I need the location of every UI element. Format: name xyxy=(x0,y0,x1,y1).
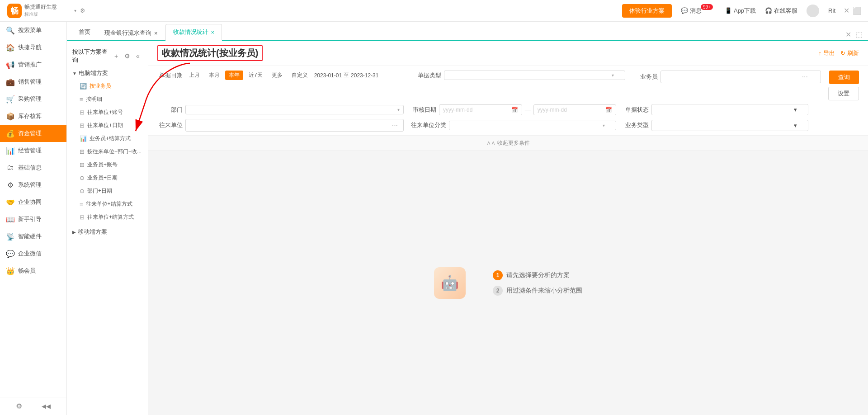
audit-date-end[interactable]: yyyy-mm-dd 📅 xyxy=(533,104,617,115)
scheme-item-partner-dept[interactable]: ⊞ 按往来单位+部门+收... xyxy=(67,145,148,158)
doc-status-select[interactable]: ▾ xyxy=(651,104,808,115)
sidebar-label-sys-manage: 系统管理 xyxy=(18,181,42,189)
scheme-add-btn[interactable]: + xyxy=(112,52,121,61)
date-btn-custom[interactable]: 自定义 xyxy=(288,71,311,80)
partner-ellipsis[interactable]: ··· xyxy=(390,121,400,129)
sidebar-item-member[interactable]: 👑 畅会员 xyxy=(0,262,66,279)
sidebar-collapse-icon[interactable]: ◀◀ xyxy=(42,403,51,410)
date-btn-last-month[interactable]: 上月 xyxy=(185,71,203,80)
sidebar-item-marketing[interactable]: 📢 营销推广 xyxy=(0,56,66,73)
sidebar-label-new-guide: 新手引导 xyxy=(18,215,42,223)
window-controls: ✕ ⬜ xyxy=(843,7,861,14)
partner-category-arrow: ▾ xyxy=(603,123,605,128)
empty-steps: 1 请先选择要分析的方案 2 用过滤条件来缩小分析范围 xyxy=(493,270,582,296)
logo-icon: 畅 xyxy=(7,4,22,18)
settings-icon-top[interactable]: ⚙ xyxy=(80,7,85,14)
trial-button[interactable]: 体验行业方案 xyxy=(622,4,672,18)
collapse-bar[interactable]: ∧∧ 收起更多条件 xyxy=(148,135,868,151)
sidebar-item-quick-nav[interactable]: 🏠 快捷导航 xyxy=(0,39,66,56)
scheme-collapse-btn[interactable]: « xyxy=(133,52,142,61)
sidebar-item-operations[interactable]: 📊 经营管理 xyxy=(0,142,66,159)
sidebar-item-inventory[interactable]: 📦 库存核算 xyxy=(0,108,66,125)
scheme-partner-dept-icon: ⊞ xyxy=(80,148,85,155)
scheme-item-partner-payment2[interactable]: ⊞ 往来单位+结算方式 xyxy=(67,211,148,224)
settings-button[interactable]: 设置 xyxy=(828,87,859,100)
message-area[interactable]: 💬 消息 99+ xyxy=(681,7,716,15)
app-download[interactable]: 📱 App下载 xyxy=(725,7,756,15)
search-menu-icon: 🔍 xyxy=(6,26,14,34)
partner-category-select[interactable]: ▾ xyxy=(449,121,616,130)
tab-close-btn[interactable]: ✕ xyxy=(844,31,852,38)
tab-collection-stats[interactable]: 收款情况统计 × xyxy=(165,24,222,41)
online-service[interactable]: 🎧 在线客服 xyxy=(765,7,797,15)
date-btn-last-7-days[interactable]: 近7天 xyxy=(245,71,266,80)
scheme-item-by-detail[interactable]: ≡ 按明细 xyxy=(67,93,148,106)
scheme-panel-header: 按以下方案查询 + ⚙ « xyxy=(67,45,148,67)
dept-select[interactable]: ▾ xyxy=(185,105,404,114)
tab-window-controls: ✕ ⬚ xyxy=(844,31,863,38)
scheme-item-partner-payment1[interactable]: ≡ 往来单位+结算方式 xyxy=(67,198,148,211)
biz-type-select[interactable]: ▾ xyxy=(651,120,808,131)
scheme-item-salesperson-date[interactable]: ⊙ 业务员+日期 xyxy=(67,171,148,184)
tab-collection-stats-label: 收款情况统计 xyxy=(173,28,208,36)
scheme-group-desktop-title[interactable]: ▼ 电脑端方案 xyxy=(67,67,148,80)
sidebar-item-basic-info[interactable]: 🗂 基础信息 xyxy=(0,159,66,176)
user-name[interactable]: Rit xyxy=(828,7,835,14)
scheme-dept-date-icon: ⊙ xyxy=(80,188,85,194)
doc-type-select[interactable]: ▾ xyxy=(444,71,625,80)
maximize-window-button[interactable]: ⬜ xyxy=(854,7,861,14)
sidebar-item-purchase[interactable]: 🛒 采购管理 xyxy=(0,90,66,108)
scheme-item-salesperson-payment[interactable]: 📊 业务员+结算方式 xyxy=(67,132,148,145)
scheme-salesperson-date-label: 业务员+日期 xyxy=(87,174,118,182)
scheme-by-salesperson-label: 按业务员 xyxy=(90,82,111,90)
sidebar-item-enterprise[interactable]: 🤝 企业协同 xyxy=(0,193,66,211)
scheme-item-dept-date[interactable]: ⊙ 部门+日期 xyxy=(67,184,148,198)
sidebar-item-fund[interactable]: 💰 资金管理 xyxy=(0,125,66,142)
user-avatar[interactable] xyxy=(807,5,819,17)
sidebar-item-sales[interactable]: 💼 销售管理 xyxy=(0,73,66,90)
sidebar-settings-icon[interactable]: ⚙ xyxy=(16,402,22,410)
sidebar-item-smart-hw[interactable]: 📡 智能硬件 xyxy=(0,228,66,245)
sidebar-label-basic-info: 基础信息 xyxy=(18,164,42,172)
date-range-end: 2023-12-31 xyxy=(351,72,378,79)
sidebar-item-enterprise-wechat[interactable]: 💬 企业微信 xyxy=(0,245,66,262)
empty-step2-label: 用过滤条件来缩小分析范围 xyxy=(506,287,582,295)
salesperson-select[interactable]: ··· xyxy=(660,71,821,83)
scheme-partner-dept-label: 按往来单位+部门+收... xyxy=(87,148,142,156)
scheme-item-salesperson-account[interactable]: ⊞ 业务员+账号 xyxy=(67,158,148,171)
right-content: 收款情况统计(按业务员) ↑ 导出 ↻ 刷新 单据日 xyxy=(148,41,868,415)
date-btn-more[interactable]: 更多 xyxy=(268,71,286,80)
tab-bank-flow-close[interactable]: × xyxy=(154,30,158,37)
scheme-item-partner-account[interactable]: ⊞ 往来单位+账号 xyxy=(67,106,148,119)
scheme-partner-payment2-label: 往来单位+结算方式 xyxy=(87,213,134,221)
empty-content: 🤖 1 请先选择要分析的方案 2 用过滤条件来缩小分析范围 xyxy=(434,267,582,299)
sidebar-item-search-menu[interactable]: 🔍 搜索菜单 xyxy=(0,22,66,39)
partner-select[interactable]: ··· xyxy=(185,119,404,132)
scheme-settings-btn[interactable]: ⚙ xyxy=(123,52,132,61)
tab-bank-flow[interactable]: 现金银行流水查询 × xyxy=(97,25,165,41)
scheme-by-detail-label: 按明细 xyxy=(86,95,102,103)
salesperson-ellipsis[interactable]: ··· xyxy=(800,73,810,81)
scheme-by-salesperson-icon: 🔄 xyxy=(80,83,87,90)
sidebar-item-new-guide[interactable]: 📖 新手引导 xyxy=(0,211,66,228)
sidebar-bottom: ⚙ ◀◀ xyxy=(0,397,66,415)
query-button[interactable]: 查询 xyxy=(829,71,859,84)
scheme-dept-date-label: 部门+日期 xyxy=(87,187,112,195)
refresh-button[interactable]: ↻ 刷新 xyxy=(840,49,859,57)
date-btn-this-year[interactable]: 本年 xyxy=(225,71,243,80)
scheme-panel: 按以下方案查询 + ⚙ « ▼ 电脑端方案 🔄 按业务员 ≡ xyxy=(67,41,148,415)
sidebar-item-sys-manage[interactable]: ⚙ 系统管理 xyxy=(0,176,66,193)
tab-expand-btn[interactable]: ⬚ xyxy=(855,31,863,38)
tab-collection-stats-close[interactable]: × xyxy=(211,29,215,36)
audit-date-start[interactable]: yyyy-mm-dd 📅 xyxy=(439,104,522,115)
scheme-item-by-salesperson[interactable]: 🔄 按业务员 xyxy=(67,80,148,93)
sidebar-label-search-menu: 搜索菜单 xyxy=(18,26,42,34)
export-button[interactable]: ↑ 导出 xyxy=(819,49,835,57)
close-window-button[interactable]: ✕ xyxy=(843,7,850,14)
nav-dropdown[interactable]: ▾ xyxy=(74,8,76,13)
scheme-item-partner-date[interactable]: ⊞ 往来单位+日期 xyxy=(67,119,148,132)
date-btn-this-month[interactable]: 本月 xyxy=(205,71,223,80)
tab-home[interactable]: 首页 xyxy=(72,24,97,40)
scheme-group-mobile-title[interactable]: ▶ 移动端方案 xyxy=(67,226,148,238)
empty-robot: 🤖 xyxy=(434,267,466,299)
